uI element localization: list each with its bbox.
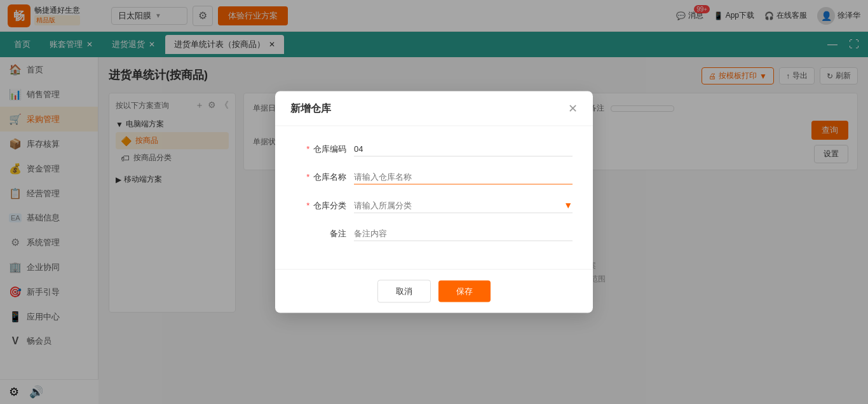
code-label: * 仓库编码 [295,144,346,155]
category-arrow-icon: ▼ [564,200,573,210]
code-required-star: * [306,144,309,154]
note-label: 备注 [295,228,346,239]
cancel-button[interactable]: 取消 [377,280,431,303]
new-warehouse-modal: 新增仓库 ✕ * 仓库编码 * 仓库名称 * 仓库分类 [275,91,593,313]
save-button[interactable]: 保存 [438,281,491,302]
note-input[interactable] [354,226,573,241]
modal-close-button[interactable]: ✕ [568,102,578,116]
code-input[interactable] [354,142,573,157]
modal-footer: 取消 保存 [275,269,593,313]
code-form-row: * 仓库编码 [295,142,573,157]
category-input[interactable] [354,200,564,210]
modal-header: 新增仓库 ✕ [275,91,593,126]
category-select[interactable]: ▼ [354,198,573,213]
note-form-row: 备注 [295,226,573,241]
name-form-row: * 仓库名称 [295,170,573,185]
name-label: * 仓库名称 [295,172,346,183]
name-input[interactable] [354,170,573,185]
modal-title: 新增仓库 [290,102,331,115]
modal-body: * 仓库编码 * 仓库名称 * 仓库分类 ▼ [275,126,593,269]
category-form-row: * 仓库分类 ▼ [295,198,573,213]
name-required-star: * [306,172,309,182]
category-required-star: * [306,200,309,210]
category-label: * 仓库分类 [295,199,346,211]
